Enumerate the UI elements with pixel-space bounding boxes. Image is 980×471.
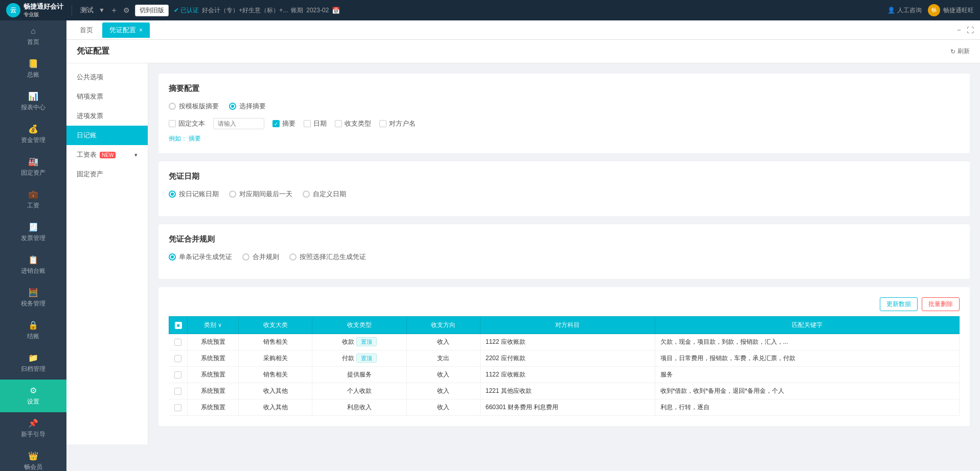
funds-icon: 💰 bbox=[28, 124, 38, 134]
sidebar-item-guide[interactable]: 📌 新手引导 bbox=[0, 412, 66, 445]
merge-radio-group: 单条记录生成凭证 合并规则 按照选择汇总生成凭证 bbox=[169, 252, 960, 262]
sidebar-item-funds[interactable]: 💰 资金管理 bbox=[0, 118, 66, 151]
left-nav-payroll[interactable]: 工资表 NEW ▾ bbox=[66, 145, 148, 164]
sidebar-item-label: 发票管理 bbox=[21, 234, 45, 243]
radio-date-period-last[interactable]: 对应期间最后一天 bbox=[229, 190, 292, 199]
sidebar-item-invoice[interactable]: 🧾 发票管理 bbox=[0, 216, 66, 249]
left-nav-public[interactable]: 公共选项 bbox=[66, 67, 148, 87]
th-major-type: 收支大类 bbox=[239, 317, 312, 334]
calendar-icon[interactable]: 📅 bbox=[332, 7, 340, 14]
invoice-icon: 🧾 bbox=[28, 222, 38, 232]
sidebar-item-payroll[interactable]: 💼 工资 bbox=[0, 183, 66, 216]
checkbox-fixed-text[interactable]: 固定文本 bbox=[169, 119, 205, 128]
row-checkbox-2[interactable] bbox=[174, 371, 181, 379]
sidebar-item-member[interactable]: 👑 畅会员 bbox=[0, 445, 66, 471]
cell-account: 1221 其他应收款 bbox=[480, 383, 655, 399]
test-label: 测试 bbox=[80, 6, 94, 15]
cell-checkbox[interactable] bbox=[169, 399, 188, 416]
sidebar-item-settings[interactable]: ⚙ 设置 bbox=[0, 380, 66, 412]
reset-tag[interactable]: 置顶 bbox=[356, 337, 377, 346]
dropdown-arrow-icon[interactable]: ▼ bbox=[99, 7, 105, 14]
tab-voucher-config[interactable]: 凭证配置 × bbox=[102, 22, 150, 38]
left-nav-sales-label: 销项发票 bbox=[77, 92, 103, 101]
avatar: 畅 bbox=[928, 4, 940, 16]
radio-date-journal[interactable]: 按日记账日期 bbox=[169, 190, 219, 199]
row-checkbox-0[interactable] bbox=[174, 339, 181, 346]
checkbox-payment-type[interactable]: 收支类型 bbox=[335, 119, 371, 128]
sidebar-item-reports[interactable]: 📊 报表中心 bbox=[0, 85, 66, 118]
radio-date-label-3: 自定义日期 bbox=[313, 190, 346, 199]
sidebar-item-home[interactable]: ⌂ 首页 bbox=[0, 20, 66, 53]
cell-checkbox[interactable] bbox=[169, 383, 188, 399]
gear-icon[interactable]: ⚙ bbox=[123, 6, 130, 14]
expand-icon[interactable]: ▾ bbox=[134, 152, 138, 158]
cell-keywords: 项目，日常费用，报销款，车费，承兑汇票，付款 bbox=[655, 350, 959, 367]
cell-checkbox[interactable] bbox=[169, 350, 188, 367]
cell-category: 系统预置 bbox=[188, 334, 239, 350]
row-checkbox-3[interactable] bbox=[174, 388, 181, 395]
new-badge: NEW bbox=[100, 152, 116, 158]
radio-merge-dot-1 bbox=[169, 253, 176, 261]
left-nav-journal[interactable]: 日记账 bbox=[66, 126, 148, 145]
sidebar-item-label: 进销台账 bbox=[21, 267, 45, 275]
maximize-icon[interactable]: ⛶ bbox=[967, 26, 974, 34]
sidebar-item-purchase[interactable]: 📋 进销台账 bbox=[0, 249, 66, 281]
radio-select-summary[interactable]: 选择摘要 bbox=[229, 102, 266, 111]
add-icon[interactable]: ＋ bbox=[110, 5, 118, 16]
sidebar-item-archive[interactable]: 📁 归档管理 bbox=[0, 347, 66, 380]
cell-category: 系统预置 bbox=[188, 350, 239, 367]
cell-account: 1122 应收账款 bbox=[480, 334, 655, 350]
reset-tag[interactable]: 置顶 bbox=[356, 354, 377, 363]
row-checkbox-4[interactable] bbox=[174, 404, 181, 411]
left-nav-purchase-invoice[interactable]: 进项发票 bbox=[66, 106, 148, 126]
select-all-checkbox[interactable]: ■ bbox=[175, 322, 182, 329]
service-button[interactable]: 👤 人工咨询 bbox=[887, 6, 922, 15]
period-value: 2023-02 bbox=[306, 7, 329, 14]
checkbox-date[interactable]: 日期 bbox=[304, 119, 327, 128]
left-nav-sales-invoice[interactable]: 销项发票 bbox=[66, 87, 148, 106]
sidebar-item-ledger[interactable]: 📒 总账 bbox=[0, 53, 66, 85]
tab-home[interactable]: 首页 bbox=[73, 22, 100, 38]
row-checkbox-1[interactable] bbox=[174, 355, 181, 362]
radio-single-record[interactable]: 单条记录生成凭证 bbox=[169, 252, 232, 262]
checkbox-fixed-text-box bbox=[169, 120, 176, 127]
cell-checkbox[interactable] bbox=[169, 367, 188, 383]
radio-template-summary[interactable]: 按模板版摘要 bbox=[169, 102, 219, 111]
sidebar-item-label: 资金管理 bbox=[21, 136, 45, 145]
payroll-icon: 💼 bbox=[28, 190, 38, 199]
cell-major-type: 销售相关 bbox=[239, 334, 312, 350]
radio-date-custom[interactable]: 自定义日期 bbox=[303, 190, 346, 199]
minimize-icon[interactable]: － bbox=[955, 26, 963, 35]
left-nav-fixed-assets[interactable]: 固定资产 bbox=[66, 164, 148, 184]
left-nav-payroll-label: 工资表 bbox=[77, 150, 97, 159]
switch-version-button[interactable]: 切到旧版 bbox=[135, 5, 169, 16]
sidebar-item-closing[interactable]: 🔒 结账 bbox=[0, 314, 66, 347]
table-row: 系统预置 采购相关 付款 置顶 支出 2202 应付账款 项目，日常费用，报销款… bbox=[169, 350, 960, 367]
cell-direction: 支出 bbox=[406, 350, 480, 367]
refresh-button[interactable]: ↻ 刷新 bbox=[950, 47, 970, 56]
radio-summary-generate[interactable]: 按照选择汇总生成凭证 bbox=[289, 252, 366, 262]
cell-checkbox[interactable] bbox=[169, 334, 188, 350]
summary-radio-group: 按模板版摘要 选择摘要 bbox=[169, 102, 960, 111]
update-data-button[interactable]: 更新数据 bbox=[880, 297, 918, 311]
tab-close-icon[interactable]: × bbox=[139, 27, 143, 34]
sidebar-item-tax[interactable]: 🧮 税务管理 bbox=[0, 281, 66, 314]
fixed-text-input[interactable] bbox=[213, 118, 264, 129]
sidebar-item-label: 新手引导 bbox=[21, 430, 45, 439]
sidebar-item-label: 结账 bbox=[27, 332, 39, 341]
table-row: 系统预置 销售相关 收款 置顶 收入 1122 应收账款 欠款，现金，项目款，到… bbox=[169, 334, 960, 350]
sidebar-item-fixed-assets[interactable]: 🏭 固定资产 bbox=[0, 151, 66, 183]
app-subtitle: 专业版 bbox=[24, 11, 63, 18]
cell-payment-type: 付款 置顶 bbox=[312, 350, 407, 367]
checkbox-summary-box: ✓ bbox=[272, 120, 280, 127]
cell-category: 系统预置 bbox=[188, 367, 239, 383]
sort-icon[interactable]: ∨ bbox=[218, 322, 222, 328]
checkbox-summary[interactable]: ✓ 摘要 bbox=[272, 119, 295, 128]
checkbox-counterparty[interactable]: 对方户名 bbox=[379, 119, 416, 128]
cell-payment-type: 收款 置顶 bbox=[312, 334, 407, 350]
payment-type-section: 更新数据 批量删除 ■ bbox=[158, 287, 970, 426]
user-menu[interactable]: 畅 畅捷通旺旺 bbox=[928, 4, 974, 16]
guide-icon: 📌 bbox=[28, 418, 38, 428]
batch-delete-button[interactable]: 批量删除 bbox=[922, 297, 960, 311]
radio-merge-rules[interactable]: 合并规则 bbox=[242, 252, 279, 262]
